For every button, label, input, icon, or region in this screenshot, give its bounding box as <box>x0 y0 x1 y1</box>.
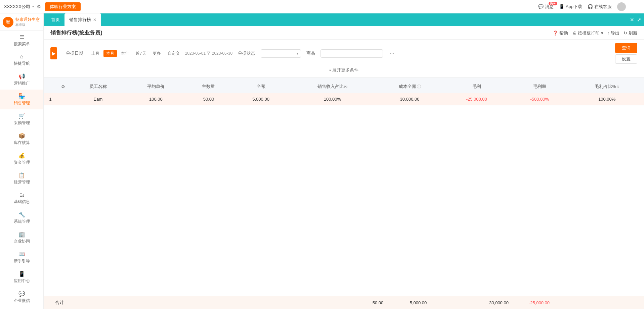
sidebar-item-enterprise[interactable]: 🏢 企业协同 <box>0 228 43 248</box>
sidebar-item-weixin[interactable]: 💬 企业微信 <box>0 287 43 307</box>
date-option-custom[interactable]: 自定义 <box>165 50 182 57</box>
try-industry-button[interactable]: 体验行业方案 <box>45 2 81 11</box>
sidebar-item-finance[interactable]: 💰 资金管理 <box>0 149 43 169</box>
tab-bar: 首页 销售排行榜 ✕ ✕ ⤢ <box>44 13 644 26</box>
cell-name: Eam <box>69 93 127 105</box>
guide-icon: 📖 <box>18 251 25 257</box>
sidebar-item-member[interactable]: V 畅会员 <box>0 307 43 309</box>
export-button[interactable]: ↑ 导出 <box>607 30 620 36</box>
page-title: 销售排行榜(按业务员) <box>50 30 102 37</box>
date-option-this-year[interactable]: 本年 <box>118 50 132 57</box>
sidebar-item-base-info[interactable]: 🗂 基础信息 <box>0 189 43 208</box>
col-profit: 毛利 <box>444 80 509 93</box>
cell-index: 1 <box>44 93 57 105</box>
table-empty-space <box>44 105 644 296</box>
sidebar-item-marketing[interactable]: 📢 营销推广 <box>0 70 43 90</box>
sidebar-logo: 畅 畅康通好生意 标准版 <box>0 13 43 31</box>
col-profit-rate: 毛利率 <box>509 80 570 93</box>
col-name: 员工名称 <box>69 80 127 93</box>
cell-cost: 30,000.00 <box>376 93 444 105</box>
settings-button[interactable]: 设置 <box>615 54 637 64</box>
sidebar-item-system[interactable]: 🔧 系统管理 <box>0 208 43 228</box>
col-sales-ratio: 销售收入占比% <box>289 80 376 93</box>
logo-text: 畅康通好生意 <box>15 17 40 22</box>
expand-more-button[interactable]: ▾ 展开更多条件 <box>329 67 358 73</box>
sidebar-item-label: 经营管理 <box>14 179 30 185</box>
status-select[interactable]: 全部 已审核 未审核 <box>261 49 301 58</box>
system-icon: 🔧 <box>18 211 25 218</box>
page-content: 销售排行榜(按业务员) ❓ 帮助 🖨 按模板打印 ▾ ↑ 导出 <box>44 26 644 309</box>
company-selector[interactable]: XXXXXX公司 ▾ <box>4 4 34 10</box>
cell-avg-price: 100.00 <box>127 93 185 105</box>
goods-input[interactable] <box>320 49 383 58</box>
tab-close-icon[interactable]: ✕ <box>93 17 96 22</box>
col-settings[interactable]: ⚙ <box>57 80 69 93</box>
tab-sales-ranking[interactable]: 销售排行榜 ✕ <box>65 13 101 26</box>
sales-ranking-table: ⚙ 员工名称 平均单价 主数量 全额 销售收入占比% 成本全额ⓘ 毛利 毛利率 … <box>44 80 644 105</box>
sidebar-item-label: 应用中心 <box>14 278 30 284</box>
sidebar-item-label: 资金管理 <box>14 160 30 165</box>
sidebar-item-label: 企业协同 <box>14 239 30 244</box>
template-print-button[interactable]: 🖨 按模板打印 ▾ <box>572 30 603 36</box>
home-icon: ⌂ <box>20 54 24 60</box>
sidebar-item-sales[interactable]: 🏪 销售管理 <box>0 90 43 109</box>
online-service-label: 在线客服 <box>594 4 612 10</box>
cell-amount: 5,000.00 <box>232 93 289 105</box>
enterprise-icon: 🏢 <box>18 231 25 238</box>
sidebar-item-label: 销售管理 <box>14 100 30 106</box>
app-icon: 📱 <box>559 4 564 9</box>
tab-expand-icon[interactable]: ⤢ <box>637 17 641 23</box>
table-container: ⚙ 员工名称 平均单价 主数量 全额 销售收入占比% 成本全额ⓘ 毛利 毛利率 … <box>44 80 644 296</box>
date-range-display: 2023-06-01 至 2023-06-30 <box>185 51 232 56</box>
online-service-action[interactable]: 🎧 在线客服 <box>588 4 612 10</box>
filter-row: ▶ 单据日期 上月 本月 本年 近7天 更多 自定义 2023-06-01 至 … <box>50 43 637 64</box>
sidebar-item-operations[interactable]: 📋 经营管理 <box>0 169 43 189</box>
sidebar-item-label: 新手引导 <box>14 258 30 264</box>
help-button[interactable]: ❓ 帮助 <box>553 30 568 36</box>
date-option-more[interactable]: 更多 <box>150 50 164 57</box>
tab-home[interactable]: 首页 <box>46 13 65 26</box>
tab-close-window-icon[interactable]: ✕ <box>630 17 634 23</box>
sales-icon: 🏪 <box>18 93 25 99</box>
query-button[interactable]: 查询 <box>615 43 637 53</box>
sort-icon[interactable]: ⇅ <box>616 85 619 89</box>
sidebar-item-label: 快捷导航 <box>14 61 30 66</box>
col-main-qty: 主数量 <box>185 80 232 93</box>
status-filter-label: 单据状态 <box>238 50 255 56</box>
app-download-action[interactable]: 📱 App下载 <box>559 4 582 10</box>
date-option-7days[interactable]: 近7天 <box>133 50 149 57</box>
date-options: 上月 本月 本年 近7天 更多 自定义 2023-06-01 至 2023-06… <box>89 50 232 57</box>
sidebar-item-search-orders[interactable]: ☰ 搜索菜单 <box>0 31 43 50</box>
sidebar-item-quick-nav[interactable]: ⌂ 快捷导航 <box>0 50 43 70</box>
print-icon: 🖨 <box>572 31 576 36</box>
refresh-button[interactable]: ↻ 刷新 <box>624 30 637 36</box>
collapse-filter-button[interactable]: ▶ <box>50 47 57 59</box>
avatar[interactable] <box>617 2 626 11</box>
col-cost: 成本全额ⓘ <box>376 80 444 93</box>
weixin-icon: 💬 <box>18 291 25 297</box>
sidebar-item-guide[interactable]: 📖 新手引导 <box>0 248 43 267</box>
sidebar-item-label: 系统管理 <box>14 219 30 224</box>
sidebar-item-label: 采购管理 <box>14 120 30 126</box>
refresh-icon: ↻ <box>624 31 627 36</box>
sidebar-item-purchase[interactable]: 🛒 采购管理 <box>0 109 43 129</box>
col-profit-ratio: 毛利占比%⇅ <box>570 80 644 93</box>
date-option-last-month[interactable]: 上月 <box>89 50 102 57</box>
sidebar-item-inventory[interactable]: 📦 库存核算 <box>0 129 43 149</box>
message-badge: 99+ <box>549 2 557 5</box>
cost-info-icon[interactable]: ⓘ <box>417 84 421 89</box>
date-filter-label: 单据日期 <box>66 50 83 56</box>
finance-icon: 💰 <box>18 152 25 159</box>
footer-profit: -25,000.00 <box>519 300 559 305</box>
top-header: XXXXXX公司 ▾ ⚙ 体验行业方案 💬 消息 99+ 📱 App下载 🎧 在… <box>0 0 644 13</box>
message-icon: 💬 <box>538 4 544 9</box>
operations-icon: 📋 <box>18 172 25 178</box>
more-filters-dots[interactable]: ··· <box>390 50 394 56</box>
date-option-this-month[interactable]: 本月 <box>103 50 117 57</box>
print-chevron-icon: ▾ <box>601 31 603 36</box>
message-action[interactable]: 💬 消息 99+ <box>538 4 554 10</box>
sidebar-item-app-center[interactable]: 📱 应用中心 <box>0 267 43 287</box>
app-download-label: App下载 <box>566 4 582 10</box>
header-settings-icon[interactable]: ⚙ <box>37 4 41 10</box>
expand-row: ▾ 展开更多条件 <box>50 64 637 74</box>
